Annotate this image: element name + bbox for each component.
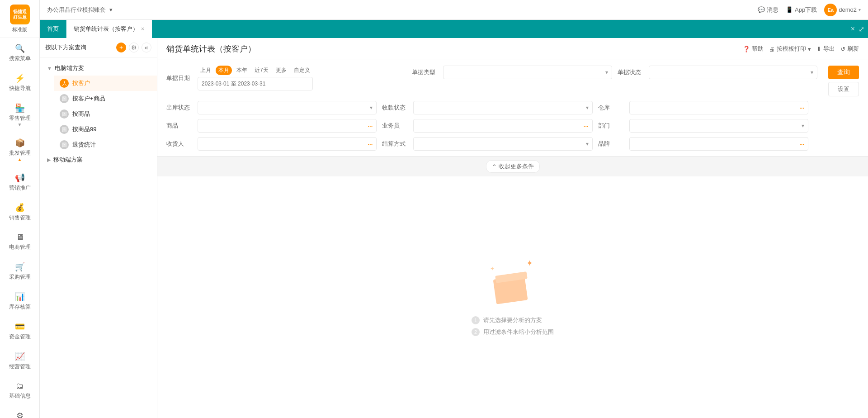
tab-close-all-btn[interactable]: × (851, 25, 855, 33)
sidebar-item-sales[interactable]: 💰 销售管理 (2, 198, 38, 226)
by-customer-goods-label: 按客户+商品 (72, 95, 105, 103)
date-shortcut-more[interactable]: 更多 (273, 66, 289, 75)
collapse-bar: ⌃ 收起更多条件 (157, 157, 868, 176)
add-scheme-btn[interactable]: + (116, 43, 126, 52)
date-shortcut-this-year[interactable]: 本年 (234, 66, 250, 75)
salesperson-dots[interactable]: ··· (584, 123, 589, 129)
export-icon: ⬇ (816, 46, 821, 52)
warehouse-select[interactable]: ··· (629, 101, 808, 114)
type-select[interactable]: ▾ (443, 66, 612, 79)
tab-home[interactable]: 首页 (40, 20, 66, 38)
date-shortcut-last-month[interactable]: 上月 (198, 66, 214, 75)
by-goods-99-icon: 圖 (60, 125, 69, 134)
message-btn[interactable]: 💬 消息 (758, 6, 778, 14)
warehouse-dots[interactable]: ··· (799, 104, 804, 111)
sidebar-item-wholesale[interactable]: 📦 批发管理 ▲ (2, 133, 38, 166)
logo-subtitle: 标准版 (12, 26, 27, 33)
collapse-panel-btn[interactable]: « (142, 43, 151, 52)
right-panel: 销货单统计表（按客户） ❓ 帮助 🖨 按模板打印 ▾ ⬇ 导出 (157, 38, 868, 418)
purchase-icon: 🛒 (15, 262, 25, 272)
export-btn[interactable]: ⬇ 导出 (816, 45, 835, 53)
empty-hints: 1 请先选择要分析的方案 2 用过滤条件来缩小分析范围 (472, 316, 554, 340)
mobile-section-label: 移动端方案 (53, 156, 83, 164)
by-goods-icon: 圖 (60, 109, 69, 119)
sidebar-item-finance[interactable]: 💳 资金管理 (2, 317, 38, 345)
goods-dots[interactable]: ··· (368, 123, 373, 129)
system-icon: ⚙ (16, 411, 24, 418)
scheme-return-stat[interactable]: 圖 退货统计 (54, 137, 157, 152)
hint-num-2: 2 (472, 328, 480, 336)
sidebar-item-quick[interactable]: ⚡ 快捷导航 (2, 69, 38, 97)
date-shortcut-custom[interactable]: 自定义 (291, 66, 313, 75)
scheme-by-goods[interactable]: 圖 按商品 (54, 106, 157, 122)
filter-area: 单据日期 上月 本月 本年 近7天 更多 自定义 2023- (157, 60, 868, 157)
collapse-btn[interactable]: ⌃ 收起更多条件 (486, 160, 540, 173)
wholesale-arrow: ▲ (18, 157, 22, 162)
scheme-by-goods-99[interactable]: 圖 按商品99 (54, 122, 157, 137)
ecommerce-icon: 🖥 (16, 233, 24, 242)
print-btn[interactable]: 🖨 按模板打印 ▾ (769, 45, 811, 53)
sidebar-item-basic[interactable]: 🗂 基础信息 (2, 377, 38, 404)
settlement-select[interactable]: ▾ (413, 137, 592, 151)
date-shortcut-7days[interactable]: 近7天 (252, 66, 271, 75)
by-goods-label: 按商品 (72, 110, 90, 118)
tab-sales-stat[interactable]: 销货单统计表（按客户） × (66, 20, 152, 38)
department-select[interactable]: ▾ (629, 119, 808, 133)
user-dropdown-icon: ▾ (859, 7, 861, 12)
app-download-btn[interactable]: 📱 App下载 (786, 6, 817, 14)
salesperson-select[interactable]: ··· (413, 119, 592, 133)
receiver-dots[interactable]: ··· (368, 141, 373, 147)
empty-svg: ✦ ✦ (486, 255, 540, 309)
department-label: 部门 (598, 122, 623, 130)
settings-scheme-btn[interactable]: ⚙ (129, 43, 139, 52)
goods-select[interactable]: ··· (198, 119, 377, 133)
sidebar-item-ecommerce[interactable]: 🖥 电商管理 (2, 228, 38, 256)
warehouse-label: 仓库 (598, 104, 623, 112)
tree-mobile-section[interactable]: ▶ 移动端方案 (40, 152, 157, 167)
left-panel-actions: + ⚙ « (116, 43, 151, 52)
scheme-by-customer[interactable]: 人 按客户 (54, 76, 157, 91)
tab-close-icon[interactable]: × (141, 26, 144, 32)
home-tab-label: 首页 (47, 25, 59, 33)
desktop-section-label: 电脑端方案 (55, 64, 84, 72)
svg-text:✦: ✦ (490, 266, 495, 272)
tree-desktop-section[interactable]: ▼ 电脑端方案 (40, 61, 157, 76)
brand-dots[interactable]: ··· (799, 141, 804, 147)
status-select-arrow: ▾ (811, 69, 813, 76)
tab-sales-stat-label: 销货单统计表（按客户） (74, 25, 138, 33)
help-btn[interactable]: ❓ 帮助 (743, 45, 764, 53)
industry-selector[interactable]: 办公用品行业模拟账套 ▾ (47, 6, 113, 14)
type-label: 单据类型 (412, 68, 437, 76)
svg-text:✦: ✦ (526, 259, 533, 268)
sidebar-item-inventory[interactable]: 📊 库存核算 (2, 287, 38, 315)
tab-expand-btn[interactable]: ⤢ (859, 25, 864, 33)
refresh-btn[interactable]: ↺ 刷新 (840, 45, 859, 53)
action-buttons: 查询 设置 (828, 66, 859, 96)
tab-bar-actions: × ⤢ (847, 25, 868, 33)
sidebar-item-purchase[interactable]: 🛒 采购管理 (2, 257, 38, 285)
collapse-chevron-icon: ⌃ (492, 163, 497, 170)
sidebar-item-system[interactable]: ⚙ 系统管理 (2, 406, 38, 418)
receiver-select[interactable]: ··· (198, 137, 377, 151)
scheme-by-customer-goods[interactable]: 圖 按客户+商品 (54, 91, 157, 106)
left-panel-title: 按以下方案查询 (45, 43, 86, 52)
page-header-actions: ❓ 帮助 🖨 按模板打印 ▾ ⬇ 导出 ↺ 刷新 (743, 45, 859, 53)
quick-icon: ⚡ (15, 73, 25, 83)
settings-btn[interactable]: 设置 (828, 82, 859, 96)
sidebar-item-operations[interactable]: 📈 经营管理 (2, 347, 38, 375)
return-stat-label: 退货统计 (72, 141, 96, 149)
payment-select[interactable]: ▾ (413, 101, 592, 114)
query-btn[interactable]: 查询 (828, 66, 859, 79)
out-status-arrow: ▾ (370, 104, 373, 111)
user-profile[interactable]: Ea demo2 ▾ (824, 4, 861, 16)
sidebar-item-search[interactable]: 🔍 搜索菜单 (2, 39, 38, 67)
status-select[interactable]: ▾ (649, 66, 818, 79)
date-range-input[interactable]: 2023-03-01 至 2023-03-31 (198, 77, 313, 90)
out-status-select[interactable]: ▾ (198, 101, 377, 114)
sidebar-item-marketing[interactable]: 📢 营销推广 (2, 168, 38, 196)
date-shortcut-this-month[interactable]: 本月 (216, 66, 232, 75)
left-panel: 按以下方案查询 + ⚙ « ▼ 电脑端方案 人 按客户 (40, 38, 157, 418)
brand-select[interactable]: ··· (629, 137, 808, 151)
sidebar-item-retail[interactable]: 🏪 零售管理 ▼ (2, 99, 38, 132)
industry-dropdown-icon: ▾ (109, 6, 113, 13)
